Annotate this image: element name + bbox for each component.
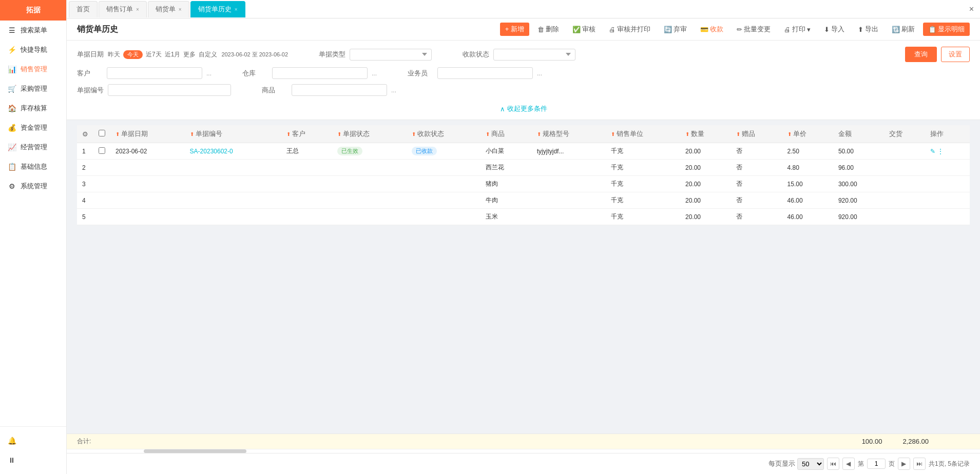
- sidebar-item-basic-info[interactable]: 📋 基础信息: [0, 157, 66, 176]
- col-delivery[interactable]: 交货: [884, 125, 925, 143]
- sidebar-item-quick-nav[interactable]: ⚡ 快捷导航: [0, 40, 66, 60]
- scrollbar-thumb[interactable]: [144, 449, 246, 453]
- sidebar-item-search-menu[interactable]: ☰ 搜索菜单: [0, 21, 66, 40]
- next-page-button[interactable]: ▶: [898, 458, 910, 470]
- setting-button[interactable]: 设置: [941, 47, 970, 62]
- customer-more[interactable]: ...: [206, 70, 212, 77]
- warehouse-input[interactable]: [272, 67, 368, 79]
- last-page-button[interactable]: ⏭: [913, 458, 926, 470]
- date-range-selector: 昨天 今天 近7天 近1月 更多 自定义: [108, 50, 217, 59]
- date-custom[interactable]: 自定义: [199, 50, 217, 59]
- sidebar-item-finance[interactable]: 💰 资金管理: [0, 118, 66, 137]
- col-doc-status[interactable]: ⬆单据状态: [332, 125, 407, 143]
- page-number-input[interactable]: [867, 459, 886, 469]
- tab-home[interactable]: 首页: [69, 1, 98, 17]
- tab-sales-order[interactable]: 销售订单 ×: [99, 1, 147, 17]
- window-close-button[interactable]: ×: [965, 5, 978, 14]
- product-more[interactable]: ...: [391, 87, 396, 94]
- new-button[interactable]: + 新增: [500, 23, 529, 36]
- row-checkbox[interactable]: [93, 192, 110, 209]
- op-link-1[interactable]: ⋮: [937, 148, 944, 155]
- filter-payment-status: 收款状态: [463, 49, 575, 61]
- row-product: 猪肉: [481, 176, 531, 192]
- col-spec[interactable]: ⬆规格型号: [532, 125, 606, 143]
- audit-button[interactable]: ✅ 审核: [567, 23, 601, 36]
- row-amount: 920.00: [833, 209, 884, 225]
- op-link-0[interactable]: ✎: [930, 148, 935, 155]
- row-delivery: [884, 209, 925, 225]
- row-doc-no[interactable]: [185, 192, 281, 209]
- row-doc-no[interactable]: [185, 160, 281, 176]
- customer-input[interactable]: [107, 67, 202, 79]
- date-1month[interactable]: 近1月: [165, 50, 181, 59]
- col-doc-no[interactable]: ⬆单据编号: [185, 125, 281, 143]
- payment-status-select[interactable]: [493, 49, 575, 61]
- col-gift[interactable]: ⬆赠品: [731, 125, 782, 143]
- row-checkbox[interactable]: [93, 209, 110, 225]
- row-select-checkbox[interactable]: [99, 147, 105, 154]
- abandon-button[interactable]: 🔄 弃审: [659, 23, 692, 36]
- date-7days[interactable]: 近7天: [146, 50, 162, 59]
- horizontal-scrollbar[interactable]: [67, 449, 980, 453]
- row-checkbox[interactable]: [93, 143, 110, 160]
- sort-icon: ⬆: [116, 131, 120, 137]
- settings-gear-icon[interactable]: ⚙: [82, 130, 88, 138]
- product-input[interactable]: [292, 84, 387, 96]
- col-settings[interactable]: ⚙: [77, 125, 93, 143]
- collect-button[interactable]: 💳 收款: [695, 23, 728, 36]
- first-page-button[interactable]: ⏮: [827, 458, 839, 470]
- delete-button[interactable]: 🗑 删除: [532, 23, 564, 36]
- select-all-checkbox[interactable]: [99, 130, 105, 136]
- print-button[interactable]: 🖨 打印 ▾: [779, 23, 816, 36]
- doc-no-input[interactable]: [108, 84, 231, 96]
- sidebar-item-system[interactable]: ⚙ 系统管理: [0, 176, 66, 196]
- row-doc-no[interactable]: [185, 176, 281, 192]
- batch-change-button[interactable]: ✏ 批量变更: [732, 23, 776, 36]
- col-pay-status[interactable]: ⬆收款状态: [407, 125, 481, 143]
- prev-page-button[interactable]: ◀: [842, 458, 855, 470]
- tab-sales-order-close[interactable]: ×: [136, 7, 139, 12]
- salesperson-input[interactable]: [437, 67, 533, 79]
- sidebar-item-operations[interactable]: 📈 经营管理: [0, 137, 66, 157]
- salesperson-more[interactable]: ...: [537, 70, 542, 77]
- doc-no-link[interactable]: SA-20230602-0: [190, 148, 233, 155]
- date-today[interactable]: 今天: [123, 50, 143, 59]
- date-yesterday[interactable]: 昨天: [108, 50, 120, 59]
- query-button[interactable]: 查询: [905, 47, 937, 62]
- tab-sales-invoice[interactable]: 销货单 ×: [148, 1, 189, 17]
- row-pay-status: [407, 160, 481, 176]
- export-button[interactable]: ⬆ 导出: [853, 23, 883, 36]
- doc-type-select[interactable]: [350, 49, 432, 61]
- col-date[interactable]: ⬆单据日期: [110, 125, 185, 143]
- per-page-select[interactable]: 50 100 200: [797, 458, 824, 470]
- row-checkbox[interactable]: [93, 160, 110, 176]
- col-customer[interactable]: ⬆客户: [281, 125, 332, 143]
- collapse-filter-button[interactable]: ∧ 收起更多条件: [77, 104, 970, 113]
- col-qty[interactable]: ⬆数量: [680, 125, 731, 143]
- refresh-button[interactable]: 🔃 刷新: [887, 23, 920, 36]
- sidebar-item-inventory[interactable]: 🏠 库存核算: [0, 98, 66, 118]
- tab-sales-history-close[interactable]: ×: [235, 7, 238, 12]
- row-doc-status: [332, 209, 407, 225]
- sidebar-notification[interactable]: 🔔: [0, 431, 66, 450]
- audit-print-button[interactable]: 🖨 审核并打印: [604, 23, 656, 36]
- col-amount[interactable]: 金额: [833, 125, 884, 143]
- tab-sales-history[interactable]: 销货单历史 ×: [190, 1, 245, 17]
- date-more[interactable]: 更多: [183, 50, 196, 59]
- show-detail-button[interactable]: 📋 显示明细: [923, 23, 970, 36]
- import-button[interactable]: ⬇ 导入: [819, 23, 850, 36]
- sidebar-pause[interactable]: ⏸: [0, 450, 66, 470]
- row-doc-no[interactable]: SA-20230602-0: [185, 143, 281, 160]
- filter-actions: 查询 设置: [905, 47, 970, 62]
- row-checkbox[interactable]: [93, 176, 110, 192]
- tab-sales-invoice-close[interactable]: ×: [179, 7, 182, 12]
- date-range-text: 2023-06-02 至 2023-06-02: [221, 51, 288, 58]
- sidebar-item-sales[interactable]: 📊 销售管理: [0, 60, 66, 79]
- row-doc-no[interactable]: [185, 209, 281, 225]
- col-price[interactable]: ⬆单价: [782, 125, 833, 143]
- col-checkbox[interactable]: [93, 125, 110, 143]
- col-product[interactable]: ⬆商品: [481, 125, 531, 143]
- sidebar-item-purchase[interactable]: 🛒 采购管理: [0, 79, 66, 98]
- col-unit[interactable]: ⬆销售单位: [606, 125, 680, 143]
- warehouse-more[interactable]: ...: [372, 70, 377, 77]
